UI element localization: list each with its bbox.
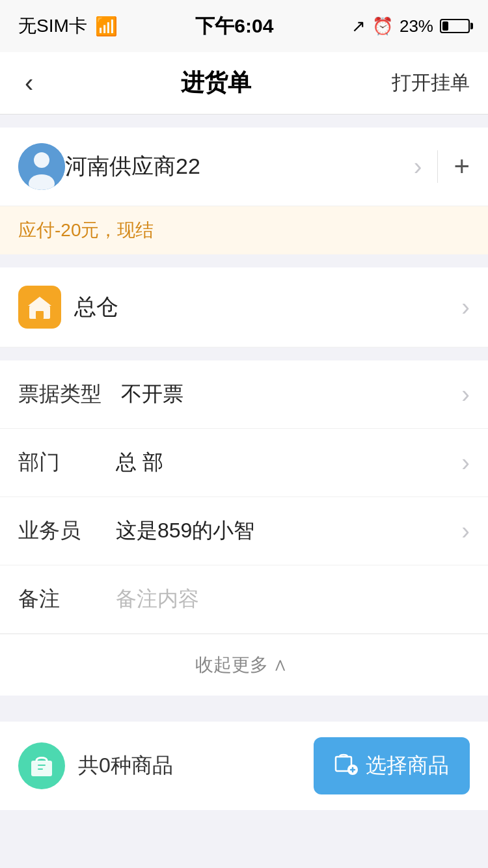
svg-rect-5 (36, 311, 44, 319)
battery-percent: 23% (400, 16, 433, 36)
form-section: 票据类型 不开票 部门 总 部 业务员 这是859的小智 备注 备注内容 收起更… (0, 360, 488, 696)
salesperson-value: 这是859的小智 (116, 517, 461, 545)
department-label: 部门 (18, 448, 96, 477)
svg-point-1 (34, 152, 49, 168)
collapse-row[interactable]: 收起更多 ∧ (0, 634, 488, 696)
warehouse-label: 总仓 (74, 292, 461, 322)
warehouse-icon (18, 286, 61, 329)
select-product-button[interactable]: 选择商品 (314, 737, 470, 794)
section-gap-2 (0, 254, 488, 267)
warehouse-chevron-icon (461, 293, 470, 321)
salesperson-label: 业务员 (18, 517, 96, 545)
status-right: ↗ ⏰ 23% (351, 16, 470, 36)
remark-label: 备注 (18, 585, 96, 614)
invoice-type-value: 不开票 (121, 380, 461, 409)
collapse-label: 收起更多 ∧ (195, 653, 288, 677)
select-product-label: 选择商品 (366, 752, 449, 780)
salesperson-row[interactable]: 业务员 这是859的小智 (0, 497, 488, 565)
supplier-avatar (18, 143, 65, 190)
add-button[interactable]: + (454, 151, 470, 182)
supplier-section: 河南供应商22 + 应付-20元，现结 (0, 128, 488, 254)
product-icon (18, 742, 65, 789)
nav-bar: ‹ 进货单 打开挂单 (0, 52, 488, 115)
open-pending-button[interactable]: 打开挂单 (392, 70, 470, 96)
svg-marker-4 (28, 297, 51, 306)
warning-banner: 应付-20元，现结 (0, 206, 488, 254)
supplier-row[interactable]: 河南供应商22 + (0, 128, 488, 206)
time-label: 下午6:04 (195, 13, 273, 40)
remark-input[interactable]: 备注内容 (116, 585, 470, 614)
location-icon: ↗ (351, 16, 366, 36)
battery-icon (440, 19, 470, 33)
warehouse-section: 总仓 (0, 267, 488, 347)
invoice-type-label: 票据类型 (18, 380, 102, 409)
status-left: 无SIM卡 📶 (18, 14, 118, 38)
wifi-icon: 📶 (95, 16, 118, 37)
remark-row[interactable]: 备注 备注内容 (0, 565, 488, 634)
alarm-icon: ⏰ (372, 16, 393, 36)
invoice-type-row[interactable]: 票据类型 不开票 (0, 360, 488, 429)
vertical-divider (437, 150, 438, 183)
warehouse-row[interactable]: 总仓 (0, 267, 488, 347)
department-row[interactable]: 部门 总 部 (0, 429, 488, 497)
department-chevron-icon (461, 449, 470, 477)
section-gap-1 (0, 115, 488, 128)
product-count-label: 共0种商品 (78, 752, 314, 780)
supplier-chevron-icon (414, 153, 422, 181)
back-button[interactable]: ‹ (18, 62, 40, 104)
page-title: 进货单 (181, 67, 251, 99)
svg-rect-8 (38, 768, 43, 770)
invoice-type-chevron-icon (461, 381, 470, 409)
section-gap-4 (0, 696, 488, 709)
carrier-label: 无SIM卡 (18, 14, 87, 38)
svg-rect-7 (38, 765, 46, 766)
status-bar: 无SIM卡 📶 下午6:04 ↗ ⏰ 23% (0, 0, 488, 52)
supplier-name: 河南供应商22 (65, 152, 414, 182)
select-product-icon (334, 752, 358, 780)
bottom-bar: 共0种商品 选择商品 (0, 722, 488, 810)
salesperson-chevron-icon (461, 517, 470, 545)
department-value: 总 部 (116, 448, 461, 477)
section-gap-3 (0, 347, 488, 360)
